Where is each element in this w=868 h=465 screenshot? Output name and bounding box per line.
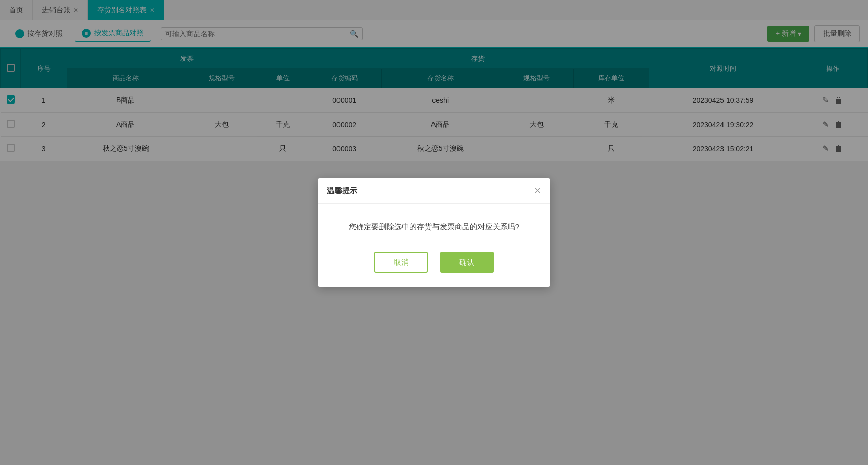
dialog-overlay: 温馨提示 ✕ 您确定要删除选中的存货与发票商品的对应关系吗? 取消 确认 (0, 0, 868, 161)
